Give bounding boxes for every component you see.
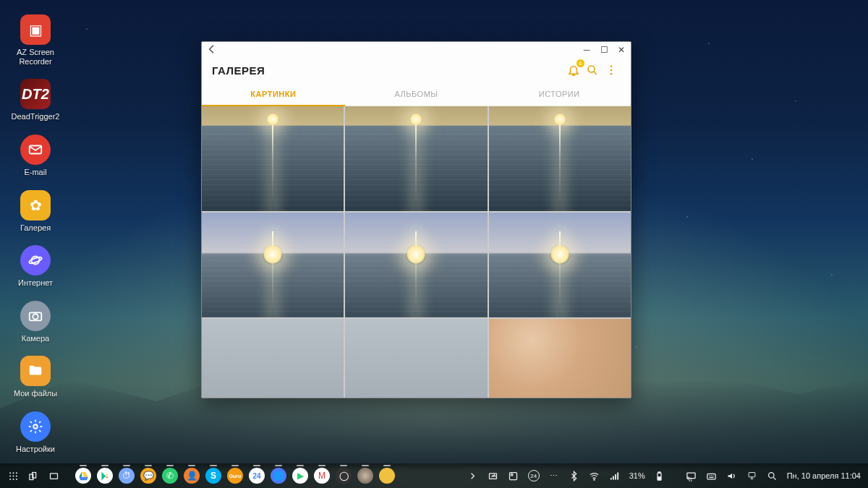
svg-rect-31 (749, 472, 755, 476)
svg-point-18 (15, 478, 17, 479)
minimize-button[interactable]: ─ (582, 45, 592, 55)
notifications-button[interactable]: 6 (564, 61, 583, 80)
battery-icon[interactable] (651, 467, 668, 484)
tab-albums[interactable]: АЛЬБОМЫ (345, 84, 488, 106)
svg-rect-28 (658, 476, 661, 479)
taskbar-app-playmusic[interactable]: ▶ (291, 467, 310, 484)
desktop-icon-internet[interactable]: Интернет (9, 245, 62, 288)
tray-expand-button[interactable] (464, 467, 482, 484)
photo-thumbnail[interactable] (489, 106, 631, 211)
wifi-icon[interactable] (586, 467, 603, 484)
tray-screenshot-icon[interactable] (485, 467, 502, 484)
svg-point-10 (9, 472, 11, 474)
taskbar-app-clock[interactable]: ⏱ (117, 467, 136, 484)
taskbar-app-oculus[interactable]: ◯ (334, 467, 353, 484)
taskbar-app-messages[interactable]: 💬 (139, 467, 158, 484)
svg-point-15 (15, 475, 17, 476)
svg-point-12 (15, 472, 17, 474)
photo-thumbnail[interactable] (489, 319, 631, 398)
battery-percent: 31% (626, 471, 648, 480)
photo-thumbnail[interactable] (345, 319, 487, 398)
taskbar-app-seatguru[interactable]: Guru (226, 467, 244, 484)
window-titlebar[interactable]: ─ ☐ ✕ (202, 42, 631, 58)
tray-calendar-icon[interactable]: 24 (525, 467, 542, 484)
apps-button[interactable] (4, 467, 22, 484)
desktop-icon-email[interactable]: E-mail (9, 134, 62, 177)
svg-point-16 (9, 478, 11, 479)
svg-rect-23 (510, 472, 517, 479)
taskbar-app-skype[interactable]: S (204, 467, 223, 484)
desktop-icon-az-screen-recorder[interactable]: ▣ AZ Screen Recorder (9, 14, 62, 66)
folder-icon (20, 356, 51, 386)
gear-icon (20, 411, 51, 442)
planet-icon (20, 245, 51, 275)
window-title: ГАЛЕРЕЯ (212, 64, 265, 77)
svg-point-7 (610, 65, 613, 67)
maximize-button[interactable]: ☐ (599, 45, 609, 55)
tab-pictures[interactable]: КАРТИНКИ (202, 84, 345, 106)
game-icon: DT2 (20, 79, 51, 109)
desktop-icons: ▣ AZ Screen Recorder DT2 DeadTrigger2 E-… (9, 14, 62, 454)
more-button[interactable] (602, 61, 621, 80)
desktop-icon-label: Интернет (18, 278, 53, 288)
photo-thumbnail[interactable] (345, 106, 487, 211)
bluetooth-icon[interactable] (566, 467, 583, 484)
desktop-icon-camera[interactable]: Камера (9, 301, 62, 343)
tray-more-icon[interactable]: ⋯ (545, 467, 563, 484)
flower-icon: ✿ (20, 190, 51, 221)
photo-thumbnail[interactable] (202, 213, 344, 317)
tab-stories[interactable]: ИСТОРИИ (488, 84, 631, 106)
taskbar-app-gallery[interactable] (356, 467, 375, 484)
signal-icon[interactable] (606, 467, 624, 484)
desktop-icon-my-files[interactable]: Мои файлы (9, 356, 62, 398)
photo-thumbnail[interactable] (345, 213, 487, 317)
svg-point-2 (28, 256, 42, 264)
svg-point-9 (610, 73, 613, 75)
desktop-icon-gallery[interactable]: ✿ Галерея (9, 190, 62, 233)
camera-record-icon: ▣ (20, 14, 51, 45)
svg-rect-21 (50, 473, 57, 479)
recents-button[interactable] (25, 467, 42, 484)
desktop-icon-settings[interactable]: Настройки (9, 411, 62, 454)
photo-grid[interactable] (202, 106, 631, 398)
taskbar-app-browser[interactable]: 🌐 (269, 467, 288, 484)
tray-picture-icon[interactable] (505, 467, 522, 484)
svg-rect-27 (658, 471, 660, 472)
taskbar-app-play[interactable] (95, 467, 114, 484)
desktop-icon-label: AZ Screen Recorder (17, 48, 54, 66)
tray-search-icon[interactable] (764, 467, 781, 484)
window-header: ГАЛЕРЕЯ 6 (202, 58, 631, 84)
svg-point-13 (9, 475, 11, 476)
tray-settings-icon[interactable] (744, 467, 761, 484)
taskbar-app-misc[interactable] (378, 467, 396, 484)
tray-volume-icon[interactable] (723, 467, 741, 484)
taskbar-app-drive[interactable] (74, 467, 93, 484)
taskbar-app-calendar[interactable]: 24 (247, 467, 266, 484)
tab-label: АЛЬБОМЫ (394, 90, 438, 98)
taskbar: ⏱ 💬 ✆ 👤 S Guru 24 🌐 ▶ M ◯ 24 ⋯ 31% (0, 463, 868, 488)
desktop-icon-label: Камера (22, 334, 49, 343)
taskbar-app-phone[interactable]: ✆ (161, 467, 179, 484)
svg-point-8 (610, 69, 613, 72)
svg-point-6 (588, 66, 595, 72)
back-button[interactable] (206, 43, 218, 57)
desktop-icon-label: Настройки (16, 445, 55, 454)
clock-text[interactable]: Пн, 10 апреля 11:04 (784, 471, 864, 480)
photo-thumbnail[interactable] (202, 106, 344, 211)
taskbar-app-contacts[interactable]: 👤 (182, 467, 201, 484)
search-button[interactable] (583, 61, 602, 80)
photo-thumbnail[interactable] (489, 213, 631, 317)
desktop-icon-label: Мои файлы (14, 389, 57, 398)
svg-point-32 (769, 472, 775, 478)
close-button[interactable]: ✕ (616, 45, 626, 55)
taskbar-app-gmail[interactable]: M (312, 467, 331, 484)
desktop-icon-label: DeadTrigger2 (12, 112, 60, 121)
tray-cast-icon[interactable] (683, 467, 700, 484)
svg-point-17 (12, 478, 14, 479)
camera-icon (20, 301, 51, 331)
task-view-button[interactable] (45, 467, 62, 484)
tray-ime-icon[interactable] (703, 467, 720, 484)
desktop-icon-label: E-mail (24, 168, 46, 177)
photo-thumbnail[interactable] (202, 319, 344, 398)
desktop-icon-deadtrigger2[interactable]: DT2 DeadTrigger2 (9, 79, 62, 121)
